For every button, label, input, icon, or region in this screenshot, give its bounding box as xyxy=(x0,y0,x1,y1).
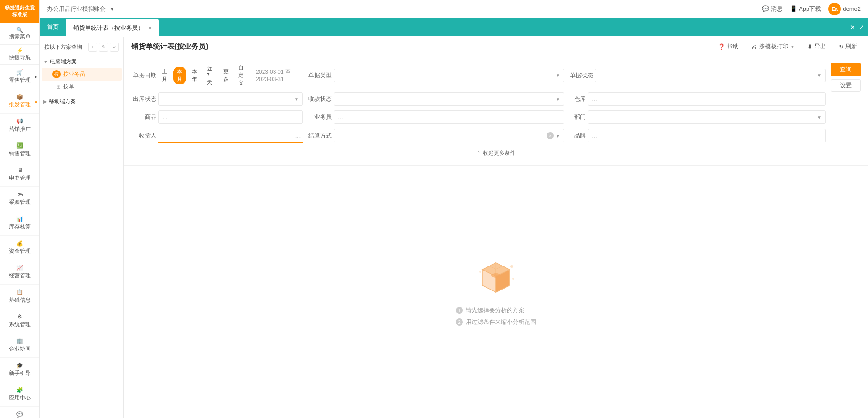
doc-type-select[interactable]: ▼ xyxy=(334,69,564,82)
consignee-input[interactable] xyxy=(160,128,293,142)
svg-point-7 xyxy=(479,271,481,273)
print-btn[interactable]: 🖨 按模板打印 ▼ xyxy=(748,41,798,52)
avatar: Ea xyxy=(828,3,841,15)
collapse-panel-btn[interactable]: « xyxy=(110,43,119,52)
receipt-status-select[interactable]: ▼ xyxy=(334,92,564,106)
left-panel-icons: + ✎ « xyxy=(88,43,119,52)
desktop-plan-header[interactable]: ▼ 电脑端方案 xyxy=(40,56,123,67)
mobile-plan-header[interactable]: ▶ 移动端方案 xyxy=(40,96,123,107)
industry-dropdown-icon[interactable]: ▼ xyxy=(109,6,115,12)
doc-status-label: 单据状态 xyxy=(568,71,593,80)
sub-plan-icon: ⊞ xyxy=(56,84,61,90)
collapse-filters-btn[interactable]: ⌃ 收起更多条件 xyxy=(469,147,523,160)
help-btn[interactable]: ❓ 帮助 xyxy=(714,41,742,52)
sidebar-item-wechat[interactable]: 💬 企业微信 xyxy=(0,407,39,418)
sidebar-item-ecommerce[interactable]: 🖥 电商管理 xyxy=(0,162,39,187)
plan-item-by-salesman[interactable]: 按 按业务员 xyxy=(42,68,122,81)
filter-area: 单据日期 上月 本月 本年 近7天 更多 自定义 2023-03-01 至 20… xyxy=(124,57,868,166)
expand-arrow-icon: ▼ xyxy=(43,59,48,64)
retail-icon: 🛒 xyxy=(16,69,23,76)
export-btn[interactable]: ⬇ 导出 xyxy=(804,41,830,52)
consignee-dots-icon[interactable]: … xyxy=(295,132,301,139)
expand-arrow-icon-mobile: ▶ xyxy=(43,99,47,104)
app-download-btn[interactable]: 📱 App下载 xyxy=(790,5,821,13)
date-tab-7days[interactable]: 近7天 xyxy=(203,64,218,87)
sidebar-item-corp[interactable]: 🏢 企业协同 xyxy=(0,333,39,358)
sidebar-item-retail[interactable]: 🛒 零售管理 ▸ xyxy=(0,65,39,89)
tab-close-icon[interactable]: × xyxy=(148,25,151,31)
date-range-value: 2023-03-01 至 2023-03-31 xyxy=(256,68,303,82)
svg-point-6 xyxy=(510,265,513,268)
message-icon: 💬 xyxy=(762,5,769,12)
brand-select[interactable]: … xyxy=(588,129,826,142)
content-area: 按以下方案查询 + ✎ « ▼ 电脑端方案 按 按业务员 xyxy=(40,36,868,418)
sidebar-item-basic[interactable]: 📋 基础信息 xyxy=(0,285,39,309)
topbar: 办公用品行业模拟账套 ▼ 💬 消息 📱 App下载 Ea demo2 xyxy=(40,0,868,18)
salesman-select[interactable]: … xyxy=(334,110,564,124)
sales-icon: 💹 xyxy=(16,142,23,149)
wholesale-icon: 📦 xyxy=(16,94,23,100)
logo-text: 畅捷通好生意 标准版 xyxy=(2,5,37,19)
system-icon: ⚙ xyxy=(17,314,22,320)
window-expand-icon[interactable]: ⤢ xyxy=(859,24,864,31)
date-tab-this-year[interactable]: 本年 xyxy=(188,67,201,84)
ecommerce-icon: 🖥 xyxy=(17,167,23,173)
warehouse-select[interactable]: … xyxy=(588,92,826,106)
out-status-select[interactable]: ▼ xyxy=(158,92,303,106)
warehouse-label: 仓库 xyxy=(568,95,586,103)
sidebar-item-finance[interactable]: 💰 资金管理 xyxy=(0,236,39,260)
sidebar-item-purchase[interactable]: 🛍 采购管理 xyxy=(0,187,39,211)
sidebar-search[interactable]: 🔍 搜索菜单 xyxy=(0,23,39,45)
empty-hint-2: 2 用过滤条件来缩小分析范围 xyxy=(456,318,536,326)
sidebar-item-newbie[interactable]: 🎓 新手引导 xyxy=(0,358,39,382)
export-icon: ⬇ xyxy=(807,43,812,50)
date-tab-more[interactable]: 更多 xyxy=(220,67,233,84)
date-tab-custom[interactable]: 自定义 xyxy=(235,63,251,88)
operations-icon: 📈 xyxy=(16,265,23,271)
tab-sales-stat[interactable]: 销货单统计表（按业务员） × xyxy=(66,19,159,37)
app-logo[interactable]: 畅捷通好生意 标准版 xyxy=(0,0,39,23)
sidebar-item-system[interactable]: ⚙ 系统管理 xyxy=(0,309,39,333)
warehouse-dots: … xyxy=(592,96,597,102)
empty-box-illustration xyxy=(473,254,519,299)
sidebar-item-inventory[interactable]: 📊 库存核算 xyxy=(0,211,39,236)
doc-type-label: 单据类型 xyxy=(307,71,332,80)
window-close-icon[interactable]: ✕ xyxy=(850,24,855,31)
empty-state: 1 请先选择要分析的方案 2 用过滤条件来缩小分析范围 xyxy=(124,166,868,418)
settings-button[interactable]: 设置 xyxy=(831,79,861,92)
user-menu[interactable]: Ea demo2 xyxy=(828,3,861,15)
sidebar: 畅捷通好生意 标准版 🔍 搜索菜单 ⚡ 快捷导航 🛒 零售管理 ▸ 📦 批发管理… xyxy=(0,0,40,418)
print-dropdown-icon: ▼ xyxy=(790,44,795,49)
finance-icon: 💰 xyxy=(16,240,23,247)
payment-method-select[interactable]: × ▼ xyxy=(334,129,564,142)
payment-clear-btn[interactable]: × xyxy=(547,132,554,139)
sidebar-item-operations[interactable]: 📈 经营管理 xyxy=(0,260,39,285)
refresh-btn[interactable]: ↻ 刷新 xyxy=(835,41,861,52)
date-tab-this-month[interactable]: 本月 xyxy=(173,67,186,84)
goods-select[interactable]: … xyxy=(158,110,303,124)
date-tab-last-month[interactable]: 上月 xyxy=(158,67,171,84)
sidebar-item-sales[interactable]: 💹 销售管理 xyxy=(0,138,39,162)
svg-point-5 xyxy=(491,273,500,278)
department-select[interactable]: ▼ xyxy=(588,110,826,124)
sidebar-item-marketing[interactable]: 📢 营销推广 xyxy=(0,114,39,138)
message-btn[interactable]: 💬 消息 xyxy=(762,5,783,13)
query-button[interactable]: 查询 xyxy=(831,63,861,76)
out-status-arrow-icon: ▼ xyxy=(294,97,299,102)
wechat-icon: 💬 xyxy=(16,411,23,418)
sidebar-quick-nav[interactable]: ⚡ 快捷导航 xyxy=(0,45,39,65)
doc-status-select[interactable]: ▼ xyxy=(595,69,826,82)
hint-num-2: 2 xyxy=(456,318,463,326)
sidebar-item-wholesale[interactable]: 📦 批发管理 ▴ xyxy=(0,89,39,114)
chevron-right-icon: ▸ xyxy=(35,74,37,79)
tab-home[interactable]: 首页 xyxy=(40,18,66,36)
plan-item-by-order[interactable]: ⊞ 按单 xyxy=(40,81,123,92)
edit-plan-btn[interactable]: ✎ xyxy=(99,43,108,52)
add-plan-btn[interactable]: + xyxy=(88,43,97,52)
help-icon: ❓ xyxy=(718,43,725,50)
doc-type-arrow-icon: ▼ xyxy=(556,73,560,78)
newbie-icon: 🎓 xyxy=(16,362,23,369)
receipt-status-arrow-icon: ▼ xyxy=(556,97,560,102)
empty-hint-1: 1 请先选择要分析的方案 xyxy=(456,306,536,314)
sidebar-item-apps[interactable]: 🧩 应用中心 xyxy=(0,382,39,407)
